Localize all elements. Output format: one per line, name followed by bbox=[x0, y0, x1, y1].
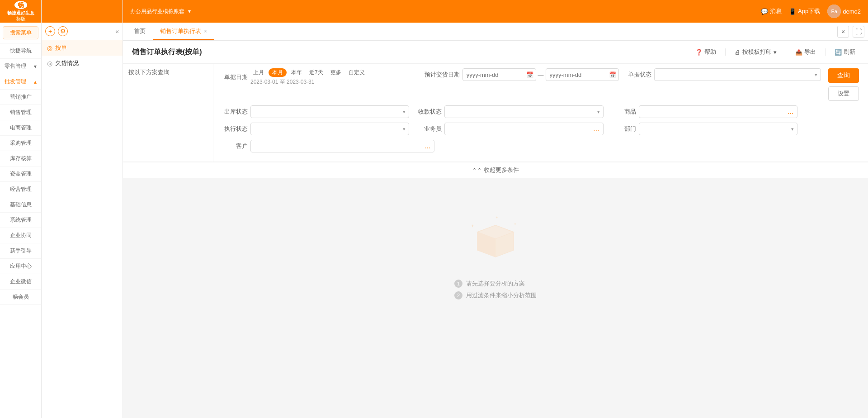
salesperson-ellipsis[interactable]: ... bbox=[593, 125, 599, 133]
tab-expand-button[interactable]: ⛶ bbox=[853, 26, 864, 38]
date-btn-last-month[interactable]: 上月 bbox=[250, 68, 267, 77]
owe-goods-label: 欠货情况 bbox=[55, 59, 79, 67]
collapse-up-icon: ⌃⌃ bbox=[472, 167, 482, 174]
dropdown-icon[interactable]: ▾ bbox=[188, 8, 191, 14]
logo-subtitle: 标版 bbox=[16, 16, 25, 22]
exec-status-select[interactable] bbox=[250, 123, 409, 135]
export-button[interactable]: 📤 导出 bbox=[792, 46, 820, 58]
page-title: 销售订单执行表(按单) bbox=[132, 48, 202, 57]
gear-icon: ⚙ bbox=[60, 28, 66, 35]
date-btn-this-month[interactable]: 本月 bbox=[269, 68, 287, 77]
dept-label: 部门 bbox=[611, 125, 636, 133]
help-button[interactable]: ❓ 帮助 bbox=[692, 46, 720, 58]
sidebar-item-member[interactable]: 畅会员 bbox=[0, 290, 41, 305]
tab-bar: 首页 销售订单执行表 × × ⛶ bbox=[123, 23, 868, 41]
logo-icon: 畅 bbox=[14, 1, 27, 9]
filter-row-2: 出库状态 ▾ 收款状态 bbox=[222, 105, 859, 118]
sidebar-item-operation[interactable]: 经营管理 bbox=[0, 182, 41, 197]
customer-ellipsis[interactable]: ... bbox=[425, 142, 430, 150]
filter-item-salesperson: 业务员 ... bbox=[416, 123, 603, 135]
sidebar-item-enterprise[interactable]: 企业协同 bbox=[0, 228, 41, 243]
sidebar-item-basic-info[interactable]: 基础信息 bbox=[0, 197, 41, 213]
divider-1 bbox=[725, 48, 726, 56]
left-panel-item-press-order[interactable]: ◎ 按单 bbox=[42, 40, 123, 56]
doc-status-select[interactable] bbox=[654, 68, 821, 81]
collapse-panel-button[interactable]: « bbox=[115, 28, 119, 35]
empty-steps: 1 请先选择要分析的方案 2 用过滤条件来缩小分析范围 bbox=[454, 278, 537, 301]
app-download-button[interactable]: 📱 App下载 bbox=[789, 7, 820, 15]
owe-goods-icon: ◎ bbox=[47, 60, 52, 67]
collapse-more-button[interactable]: ⌃⌃ 收起更多条件 bbox=[123, 162, 868, 178]
main-content: 办公用品行业模拟账套 ▾ 💬 消息 📱 App下载 Ea demo2 首页 bbox=[123, 0, 868, 418]
exec-status-wrap: ▾ bbox=[250, 123, 409, 135]
filter-item-expected-date: 预计交货日期 📅 — 📅 bbox=[425, 68, 619, 81]
sidebar-item-ecommerce[interactable]: 电商管理 bbox=[0, 120, 41, 136]
press-order-icon: ◎ bbox=[47, 44, 52, 52]
sidebar-item-wholesale-mgmt[interactable]: 批发管理 ▴ bbox=[0, 74, 41, 90]
left-panel-item-owe-goods[interactable]: ◎ 欠货情况 bbox=[42, 56, 123, 71]
sidebar-item-purchase[interactable]: 采购管理 bbox=[0, 136, 41, 151]
tab-sales-order[interactable]: 销售订单执行表 × bbox=[153, 24, 214, 40]
query-button[interactable]: 查询 bbox=[828, 68, 859, 83]
refresh-button[interactable]: 🔄 刷新 bbox=[831, 46, 859, 58]
date-btn-more[interactable]: 更多 bbox=[328, 68, 344, 77]
top-bar-left: 办公用品行业模拟账套 ▾ bbox=[130, 8, 191, 15]
settings-button[interactable]: 设置 bbox=[828, 86, 859, 101]
query-actions: 查询 设置 bbox=[828, 68, 859, 101]
recv-status-select[interactable] bbox=[444, 105, 603, 118]
sidebar-item-quick-nav[interactable]: 快捷导航 bbox=[0, 43, 41, 59]
filter-item-exec-status: 执行状态 ▾ bbox=[222, 123, 409, 135]
svg-text:✦: ✦ bbox=[471, 223, 474, 228]
sidebar: 畅 畅捷通好生意 标版 搜索菜单 快捷导航 零售管理 ▾ 批发管理 ▴ 营销推广… bbox=[0, 0, 42, 418]
goods-ellipsis[interactable]: ... bbox=[788, 108, 793, 116]
sidebar-item-newbie[interactable]: 新手引导 bbox=[0, 243, 41, 259]
salesperson-input[interactable] bbox=[448, 126, 593, 133]
sidebar-search-button[interactable]: 搜索菜单 bbox=[3, 26, 38, 39]
sidebar-search-section: 搜索菜单 bbox=[0, 23, 41, 43]
date-btn-7days[interactable]: 近7天 bbox=[307, 68, 326, 77]
page-content: 销售订单执行表(按单) ❓ 帮助 🖨 按模板打印 ▾ 📤 导出 bbox=[123, 41, 868, 418]
left-panel: + ⚙ « ◎ 按单 ◎ 欠货情况 bbox=[42, 0, 123, 418]
download-icon: 📱 bbox=[789, 8, 796, 15]
sidebar-item-app-center[interactable]: 应用中心 bbox=[0, 259, 41, 274]
sidebar-item-inventory[interactable]: 库存核算 bbox=[0, 151, 41, 166]
expected-date-end-input[interactable] bbox=[546, 68, 619, 81]
print-icon: 🖨 bbox=[735, 49, 741, 56]
sidebar-item-marketing[interactable]: 营销推广 bbox=[0, 90, 41, 105]
expected-date-start-input[interactable] bbox=[462, 68, 536, 81]
customer-input-wrap: ... bbox=[250, 140, 434, 152]
help-icon: ❓ bbox=[695, 49, 703, 56]
page-actions: ❓ 帮助 🖨 按模板打印 ▾ 📤 导出 🔄 刷新 bbox=[692, 46, 859, 58]
out-status-select[interactable] bbox=[250, 105, 409, 118]
sidebar-item-corp-wechat[interactable]: 企业微信 bbox=[0, 274, 41, 290]
out-status-wrap: ▾ bbox=[250, 105, 409, 118]
sidebar-item-system[interactable]: 系统管理 bbox=[0, 213, 41, 228]
date-btn-custom[interactable]: 自定义 bbox=[346, 68, 368, 77]
filter-item-doc-status: 单据状态 ▾ bbox=[626, 68, 821, 81]
customer-input[interactable] bbox=[255, 143, 425, 150]
print-dropdown-icon: ▾ bbox=[774, 49, 777, 56]
sidebar-item-finance[interactable]: 资金管理 bbox=[0, 166, 41, 182]
sidebar-item-sales-mgmt[interactable]: 销售管理 bbox=[0, 105, 41, 120]
goods-input[interactable] bbox=[643, 109, 788, 115]
date-filter-wrap: 上月 本月 本年 近7天 更多 自定义 2023-03-01 至 2023-03… bbox=[250, 68, 417, 86]
step-num-1: 1 bbox=[454, 280, 462, 288]
settings-scheme-button[interactable]: ⚙ bbox=[58, 26, 68, 36]
user-avatar-button[interactable]: Ea demo2 bbox=[827, 5, 861, 18]
message-button[interactable]: 💬 消息 bbox=[761, 7, 782, 15]
add-scheme-button[interactable]: + bbox=[45, 26, 55, 36]
calendar-icon-start: 📅 bbox=[526, 71, 533, 78]
print-button[interactable]: 🖨 按模板打印 ▾ bbox=[731, 46, 780, 58]
sidebar-item-retail-mgmt[interactable]: 零售管理 ▾ bbox=[0, 59, 41, 74]
tab-home[interactable]: 首页 bbox=[127, 24, 153, 40]
tab-close-icon[interactable]: × bbox=[204, 28, 207, 34]
press-order-label: 按单 bbox=[55, 44, 67, 52]
tab-close-button[interactable]: × bbox=[837, 26, 849, 38]
filter-item-recv-status: 收款状态 ▾ bbox=[416, 105, 603, 118]
salesperson-label: 业务员 bbox=[416, 125, 442, 133]
dept-select[interactable] bbox=[639, 123, 797, 135]
date-btn-this-year[interactable]: 本年 bbox=[288, 68, 305, 77]
filter-item-customer: 客户 ... bbox=[222, 140, 434, 152]
filter-right-panel: 单据日期 上月 本月 本年 近7天 更多 自定义 20 bbox=[213, 64, 868, 162]
date-range-sep: — bbox=[538, 71, 544, 78]
